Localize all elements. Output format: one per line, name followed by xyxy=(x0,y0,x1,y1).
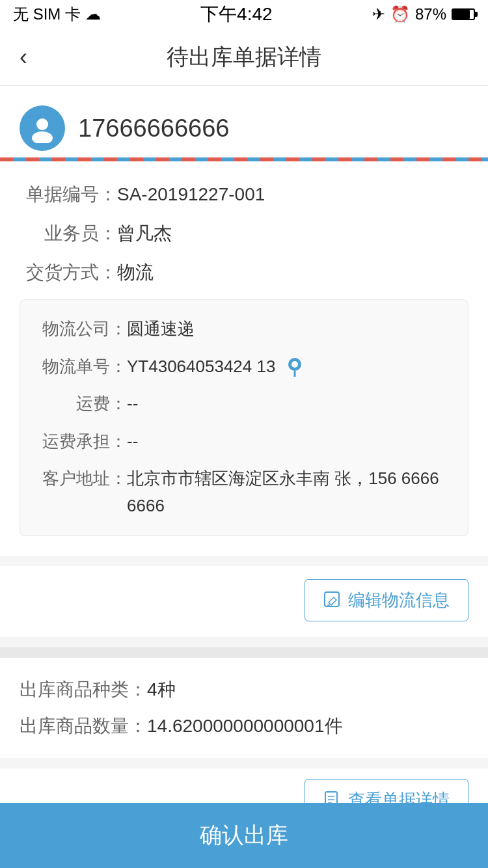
svg-point-3 xyxy=(291,361,298,368)
delivery-method-row: 交货方式： 物流 xyxy=(20,259,468,286)
doc-number-row: 单据编号： SA-20191227-001 xyxy=(20,181,468,208)
logistics-company-value: 圆通速递 xyxy=(127,316,452,343)
goods-type-label: 出库商品种类： xyxy=(20,677,147,702)
tracking-label: 物流单号： xyxy=(36,353,127,381)
tracking-value: YT43064053424 13 xyxy=(127,353,452,381)
freight-bearer-row: 运费承担： -- xyxy=(36,428,452,455)
nav-bar: ‹ 待出库单据详情 xyxy=(0,29,488,86)
status-time: 下午4:42 xyxy=(200,2,273,27)
confirm-button[interactable]: 确认出库 xyxy=(200,821,288,850)
logistics-company-row: 物流公司： 圆通速递 xyxy=(36,316,452,343)
logistics-card: 物流公司： 圆通速递 物流单号： YT43064053424 13 运费： -- xyxy=(20,299,468,536)
goods-type-value: 4种 xyxy=(147,677,176,702)
goods-quantity-row: 出库商品数量： 14.620000000000001件 xyxy=(20,714,468,739)
goods-type-row: 出库商品种类： 4种 xyxy=(20,677,468,702)
status-left: 无 SIM 卡 ☁ xyxy=(13,4,101,25)
page-title: 待出库单据详情 xyxy=(167,42,321,72)
confirm-bar[interactable]: 确认出库 xyxy=(0,803,488,868)
section-divider xyxy=(0,647,488,658)
freight-bearer-value: -- xyxy=(127,428,452,455)
back-button[interactable]: ‹ xyxy=(20,44,59,71)
edit-logistics-button[interactable]: 编辑物流信息 xyxy=(305,579,468,621)
alarm-icon: ⏰ xyxy=(390,5,410,23)
address-row: 客户地址： 北京市市辖区海淀区永丰南 张，156 6666 6666 xyxy=(36,465,452,519)
delivery-method-value: 物流 xyxy=(117,259,468,286)
battery-text: 87% xyxy=(415,5,446,23)
edit-icon xyxy=(323,591,342,609)
status-bar: 无 SIM 卡 ☁ 下午4:42 ✈ ⏰ 87% xyxy=(0,0,488,29)
address-value: 北京市市辖区海淀区永丰南 张，156 6666 6666 xyxy=(127,465,452,519)
freight-value: -- xyxy=(127,390,452,418)
address-label: 客户地址： xyxy=(36,465,127,493)
avatar xyxy=(20,105,65,151)
goods-section: 出库商品种类： 4种 出库商品数量： 14.620000000000001件 xyxy=(0,658,488,758)
doc-number-label: 单据编号： xyxy=(20,181,117,208)
customer-header: 17666666666 xyxy=(0,86,488,151)
freight-label: 运费： xyxy=(36,390,127,418)
delivery-method-label: 交货方式： xyxy=(20,259,117,286)
customer-phone: 17666666666 xyxy=(78,115,229,142)
content: 17666666666 单据编号： SA-20191227-001 业务员： 曾… xyxy=(0,86,488,868)
dashed-divider xyxy=(0,151,488,161)
goods-quantity-label: 出库商品数量： xyxy=(20,714,147,739)
doc-number-value: SA-20191227-001 xyxy=(117,181,468,208)
order-info-section: 单据编号： SA-20191227-001 业务员： 曾凡杰 交货方式： 物流 … xyxy=(0,161,488,556)
logistics-company-label: 物流公司： xyxy=(36,316,127,343)
goods-quantity-value: 14.620000000000001件 xyxy=(147,714,343,739)
battery-icon xyxy=(452,8,475,20)
svg-point-1 xyxy=(32,131,53,143)
sim-status: 无 SIM 卡 ☁ xyxy=(13,4,101,25)
sales-person-row: 业务员： 曾凡杰 xyxy=(20,220,468,247)
edit-btn-row: 编辑物流信息 xyxy=(0,566,488,637)
status-right: ✈ ⏰ 87% xyxy=(372,5,475,23)
freight-row: 运费： -- xyxy=(36,390,452,418)
tracking-row: 物流单号： YT43064053424 13 xyxy=(36,353,452,381)
location-icon-status: ✈ xyxy=(372,5,385,23)
freight-bearer-label: 运费承担： xyxy=(36,428,127,455)
sales-person-value: 曾凡杰 xyxy=(117,220,468,247)
sales-person-label: 业务员： xyxy=(20,220,117,247)
tracking-location-icon[interactable] xyxy=(283,355,306,378)
svg-point-0 xyxy=(36,118,48,130)
